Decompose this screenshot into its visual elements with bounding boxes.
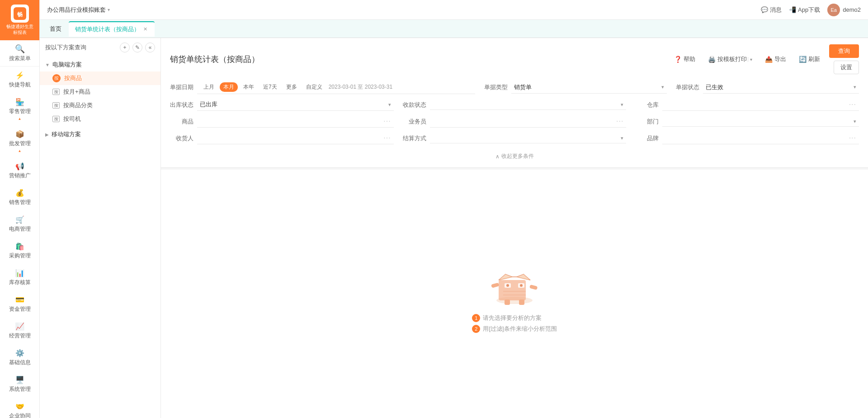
product-label: 商品 — [170, 118, 197, 126]
scheme-item-by-cashier[interactable]: 按 按司机 — [40, 112, 160, 126]
warehouse-control[interactable]: ··· — [662, 99, 859, 111]
out-status-chevron-icon: ▾ — [388, 102, 391, 108]
scheme-item-by-product-label: 按商品 — [64, 74, 82, 82]
sidebar-item-inventory[interactable]: 📊 库存核算 — [0, 264, 39, 291]
sidebar-item-corp[interactable]: 🤝 企业协同 — [0, 398, 39, 418]
query-button[interactable]: 查询 — [829, 44, 859, 58]
sidebar-item-shortcut-label: 快捷导航 — [9, 81, 31, 89]
message-btn[interactable]: 💬 消息 — [761, 6, 782, 14]
svg-point-7 — [520, 284, 523, 287]
filter-warehouse: 仓库 ··· — [635, 99, 859, 111]
tab-close-icon[interactable]: ✕ — [142, 26, 148, 33]
product-control[interactable]: ··· — [197, 115, 394, 128]
date-tab-this-year[interactable]: 本年 — [240, 82, 258, 92]
svg-point-6 — [506, 284, 509, 287]
industry-selector[interactable]: 办公用品行业模拟账套 ▾ — [47, 6, 110, 14]
payment-status-label: 收款状态 — [403, 101, 430, 109]
filter-row-1: 单据日期 上月 本月 本年 近7天 更多 自定义 2023-03-01 至 20… — [170, 81, 859, 94]
sidebar-search[interactable]: 🔍 搜索菜单 — [0, 40, 39, 66]
filter-brand: 品牌 ··· — [635, 132, 859, 144]
filter-section: 销货单统计表（按商品） ❓ 帮助 🖨️ 按模板打印 ▾ — [161, 38, 868, 168]
logo-icon: 畅 — [11, 5, 29, 23]
svg-text:畅: 畅 — [17, 11, 23, 18]
scheme-group-pc-label: 电脑端方案 — [52, 61, 82, 69]
export-icon: 📤 — [765, 56, 773, 63]
date-tab-this-month[interactable]: 本月 — [220, 82, 238, 92]
page-title-actions: ❓ 帮助 🖨️ 按模板打印 ▾ 📤 导出 — [670, 44, 859, 74]
print-chevron-icon[interactable]: ▾ — [748, 57, 752, 62]
user-profile[interactable]: Ea demo2 — [827, 4, 861, 16]
page-title: 销货单统计表（按商品） — [170, 54, 259, 65]
sidebar-item-shortcut[interactable]: ⚡ 快捷导航 — [0, 66, 39, 93]
salesperson-control[interactable]: ··· — [430, 115, 627, 128]
left-panel-header: 按以下方案查询 + ✎ « — [40, 43, 160, 56]
sidebar-item-finance[interactable]: 💳 资金管理 — [0, 291, 39, 318]
sidebar-item-corp-label: 企业协同 — [9, 412, 31, 418]
filter-row-2: 出库状态 已出库 ▾ 收款状态 ▾ 仓库 — [170, 99, 859, 111]
scheme-group-mobile: ▶ 移动端方案 — [40, 128, 160, 141]
tab-home[interactable]: 首页 — [43, 21, 68, 37]
export-btn[interactable]: 📤 导出 — [761, 53, 790, 65]
brand-control[interactable]: ··· — [662, 132, 859, 144]
print-btn[interactable]: 🖨️ 按模板打印 ▾ — [704, 53, 756, 65]
doc-status-control[interactable]: 已生效 ▾ — [703, 81, 859, 94]
recipient-control[interactable]: ··· — [197, 132, 394, 144]
settings-button[interactable]: 设置 — [834, 61, 859, 74]
app-download-btn[interactable]: 📲 App下载 — [789, 6, 820, 14]
sidebar-item-inventory-label: 库存核算 — [9, 279, 31, 286]
payment-status-chevron-icon: ▾ — [621, 102, 623, 108]
edit-scheme-btn[interactable]: ✎ — [132, 43, 142, 52]
avatar: Ea — [827, 4, 840, 16]
svg-rect-10 — [505, 299, 510, 305]
sidebar-item-ops[interactable]: 📈 经营管理 — [0, 318, 39, 344]
scheme-item-by-month-product[interactable]: 按 按月+商品 — [40, 85, 160, 99]
doc-type-control[interactable]: 销货单 ▾ — [511, 81, 667, 94]
sidebar-item-system[interactable]: 🖥️ 系统管理 — [0, 371, 39, 398]
collapse-panel-btn[interactable]: « — [145, 43, 155, 52]
message-label: 消息 — [770, 6, 782, 14]
empty-illustration — [487, 255, 542, 309]
empty-tip-2-text: 用[过滤]条件来缩小分析范围 — [483, 325, 557, 333]
add-scheme-btn[interactable]: + — [120, 43, 130, 52]
sidebar-item-base[interactable]: ⚙️ 基础信息 — [0, 344, 39, 371]
app-logo[interactable]: 畅 畅捷通好生意 标报表 — [0, 0, 39, 40]
sidebar-item-purchase-label: 采购管理 — [9, 252, 31, 260]
sidebar-item-ecom[interactable]: 🛒 电商管理 — [0, 211, 39, 238]
refresh-btn[interactable]: 🔄 刷新 — [795, 53, 824, 65]
out-status-control[interactable]: 已出库 ▾ — [197, 99, 394, 111]
industry-chevron-icon: ▾ — [108, 7, 110, 12]
sidebar-item-retail[interactable]: 🏪 零售管理 — [0, 93, 39, 125]
sidebar-item-purchase[interactable]: 🛍️ 采购管理 — [0, 238, 39, 264]
left-panel: 按以下方案查询 + ✎ « ▼ 电脑端方案 — [40, 38, 161, 418]
left-panel-actions: + ✎ « — [120, 43, 155, 52]
scheme-group-mobile-label: 移动端方案 — [52, 130, 81, 138]
collapse-conditions-btn[interactable]: ∧ 收起更多条件 — [170, 149, 859, 164]
filter-row-3: 商品 ··· 业务员 ··· 部门 — [170, 115, 859, 128]
tab-sales-stat[interactable]: 销货单统计表（按商品） ✕ — [69, 21, 155, 37]
scheme-item-by-product[interactable]: 按 按商品 — [40, 71, 160, 85]
scheme-group-mobile-title[interactable]: ▶ 移动端方案 — [40, 128, 160, 141]
help-btn[interactable]: ❓ 帮助 — [670, 53, 699, 65]
date-tab-last-month[interactable]: 上月 — [200, 82, 218, 92]
filter-settlement: 结算方式 ▾ — [403, 133, 627, 143]
sidebar-item-marketing[interactable]: 📢 营销推广 — [0, 157, 39, 184]
date-tab-custom[interactable]: 自定义 — [302, 82, 326, 92]
sidebar: 畅 畅捷通好生意 标报表 🔍 搜索菜单 ⚡ 快捷导航 🏪 零售管理 📦 批发管理… — [0, 0, 40, 418]
sidebar-item-sales[interactable]: 💰 销售管理 — [0, 184, 39, 211]
refresh-label: 刷新 — [808, 55, 820, 63]
date-tab-more[interactable]: 更多 — [283, 82, 301, 92]
date-range: 2023-03-01 至 2023-03-31 — [329, 83, 392, 91]
right-area: 销货单统计表（按商品） ❓ 帮助 🖨️ 按模板打印 ▾ — [161, 38, 868, 418]
date-tab-7days[interactable]: 近7天 — [259, 82, 281, 92]
doc-status-value: 已生效 — [706, 83, 723, 91]
warehouse-dots-icon: ··· — [849, 100, 856, 109]
payment-status-control[interactable]: ▾ — [430, 100, 627, 110]
warehouse-label: 仓库 — [635, 101, 662, 109]
scheme-group-pc-title[interactable]: ▼ 电脑端方案 — [40, 58, 160, 71]
sidebar-item-ecom-label: 电商管理 — [9, 225, 31, 233]
settlement-control[interactable]: ▾ — [430, 133, 627, 143]
doc-type-value: 销货单 — [514, 83, 532, 91]
scheme-item-by-category[interactable]: 按 按商品分类 — [40, 99, 160, 112]
dept-control[interactable]: ▾ — [662, 117, 859, 127]
sidebar-item-wholesale[interactable]: 📦 批发管理 — [0, 125, 39, 157]
